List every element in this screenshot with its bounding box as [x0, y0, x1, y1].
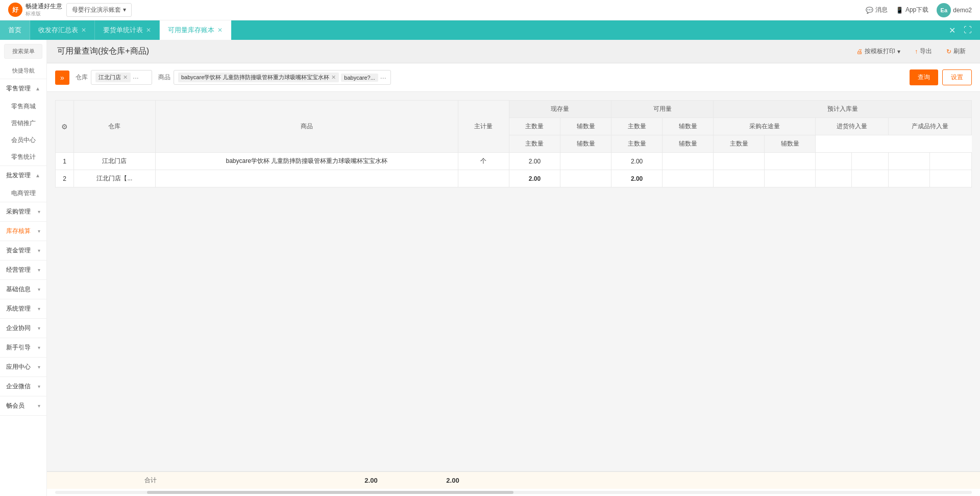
th-available-main: 主数量 [611, 118, 663, 135]
table-settings-icon[interactable]: ⚙ [61, 123, 68, 131]
nav-tabs-bar: 首页 收发存汇总表 ✕ 要货单统计表 ✕ 可用量库存账本 ✕ ✕ ⛶ [0, 20, 980, 40]
sidebar-item-ecommerce[interactable]: 电商管理 [0, 185, 46, 202]
enterprise-selector[interactable]: 母婴行业演示账套 ▾ [66, 3, 132, 17]
sidebar-section-collab: 企业协同 ▾ [0, 319, 46, 338]
sidebar-item-member-center[interactable]: 会员中心 [0, 132, 46, 149]
top-bar-right: 💬 消息 📱 App下载 Ea demo2 [866, 3, 972, 17]
th-available: 可用量 [611, 101, 714, 118]
top-bar-left: 好 畅捷通好生意 标准版 母婴行业演示账套 ▾ [8, 3, 132, 17]
print-template-btn[interactable]: 🖨 按模板打印 ▾ [852, 45, 904, 58]
row1-fin-aux [930, 153, 972, 170]
close-receipt-summary-icon[interactable]: ✕ [81, 27, 86, 34]
user-profile-btn[interactable]: Ea demo2 [937, 3, 972, 17]
wholesale-mgmt-header[interactable]: 批发管理 ▲ [0, 166, 46, 185]
sidebar-section-basic: 基础信息 ▾ [0, 280, 46, 299]
close-order-stats-icon[interactable]: ✕ [146, 27, 151, 34]
row2-stock-main: 2.00 [509, 170, 560, 187]
tab-actions: ✕ ⛶ [947, 20, 980, 40]
row1-inc-main [816, 153, 852, 170]
close-available-stock-icon[interactable]: ✕ [217, 27, 223, 34]
app-download-btn[interactable]: 📱 App下载 [896, 6, 928, 14]
refresh-icon: ↻ [946, 48, 951, 55]
enterprise-wechat-header[interactable]: 企业微信 ▾ [0, 377, 46, 396]
row2-available-main: 2.00 [611, 170, 663, 187]
scroll-thumb[interactable] [147, 491, 513, 494]
system-mgmt-header[interactable]: 系统管理 ▾ [0, 299, 46, 318]
th-product: 商品 [155, 101, 458, 153]
th-fin-main: 主数量 [714, 135, 765, 153]
th-stock-aux: 辅数量 [560, 118, 611, 135]
app-center-label: 应用中心 [6, 363, 31, 371]
row2-product [155, 170, 458, 187]
retail-mgmt-arrow: ▲ [35, 86, 40, 91]
tab-available-stock[interactable]: 可用量库存账本 ✕ [160, 20, 231, 40]
close-all-tabs-icon[interactable]: ✕ [947, 23, 958, 37]
sidebar-item-retail-stats[interactable]: 零售统计 [0, 149, 46, 166]
main-layout: 搜索菜单 快捷导航 零售管理 ▲ 零售商城 营销推广 会员中心 零售统计 批发管… [0, 40, 980, 496]
th-settings[interactable]: ⚙ [56, 101, 74, 153]
basic-info-header[interactable]: 基础信息 ▾ [0, 280, 46, 299]
message-btn[interactable]: 💬 消息 [866, 6, 888, 14]
print-template-label: 按模板打印 [865, 47, 895, 56]
warehouse-more-icon[interactable]: ··· [133, 74, 139, 82]
retail-mgmt-label: 零售管理 [6, 84, 31, 93]
enterprise-collab-header[interactable]: 企业协同 ▾ [0, 319, 46, 338]
product-filter-label: 商品 [158, 73, 170, 82]
row2-inc-aux [852, 170, 888, 187]
filter-expand-btn[interactable]: » [55, 70, 69, 85]
query-btn[interactable]: 查询 [910, 69, 938, 85]
finance-mgmt-label: 资金管理 [6, 246, 31, 255]
new-guide-label: 新手引导 [6, 343, 31, 352]
wholesale-mgmt-arrow: ▲ [35, 173, 40, 178]
purchase-mgmt-label: 采购管理 [6, 207, 31, 216]
product-filter-input[interactable]: babycare学饮杯 儿童防摔防撞吸管杯重力球吸嘴杯宝宝水杯 ✕ babyca… [174, 70, 391, 85]
finance-mgmt-header[interactable]: 资金管理 ▾ [0, 241, 46, 260]
horizontal-scrollbar[interactable] [55, 491, 972, 494]
page-title: 可用量查询(按仓库+商品) [57, 46, 149, 57]
refresh-btn[interactable]: ↻ 刷新 [942, 45, 970, 58]
product-filter-group: 商品 babycare学饮杯 儿童防摔防撞吸管杯重力球吸嘴杯宝宝水杯 ✕ bab… [158, 70, 391, 85]
new-guide-header[interactable]: 新手引导 ▾ [0, 338, 46, 357]
avatar: Ea [937, 3, 951, 17]
sidebar-item-marketing[interactable]: 营销推广 [0, 115, 46, 132]
purchase-mgmt-header[interactable]: 采购管理 ▾ [0, 202, 46, 221]
operation-mgmt-header[interactable]: 经营管理 ▾ [0, 261, 46, 279]
inventory-check-header[interactable]: 库存核算 ▾ [0, 222, 46, 241]
sidebar-quick-nav[interactable]: 快捷导航 [0, 63, 46, 79]
system-mgmt-label: 系统管理 [6, 304, 31, 313]
tab-home[interactable]: 首页 [0, 20, 30, 40]
tab-order-stats[interactable]: 要货单统计表 ✕ [95, 20, 160, 40]
summary-stock-aux [391, 477, 432, 484]
sidebar-section-wechat: 企业微信 ▾ [0, 377, 46, 396]
warehouse-filter-label: 仓库 [76, 73, 88, 82]
th-purchase-incoming: 进货待入量 [816, 118, 888, 135]
summary-stock-main: 2.00 [351, 477, 391, 484]
app-center-header[interactable]: 应用中心 ▾ [0, 358, 46, 376]
expand-icon[interactable]: ⛶ [962, 23, 974, 37]
export-btn[interactable]: ↑ 导出 [911, 45, 936, 58]
inventory-check-label: 库存核算 [6, 227, 31, 235]
warehouse-tag-remove[interactable]: ✕ [123, 74, 128, 81]
operation-mgmt-arrow: ▾ [38, 267, 40, 273]
row2-fin-main [888, 170, 930, 187]
vip-member-header[interactable]: 畅会员 ▾ [0, 396, 46, 415]
retail-mgmt-header[interactable]: 零售管理 ▲ [0, 79, 46, 98]
sidebar: 搜索菜单 快捷导航 零售管理 ▲ 零售商城 营销推广 会员中心 零售统计 批发管… [0, 40, 47, 496]
warehouse-filter-input[interactable]: 江北门店 ✕ ··· [91, 70, 152, 85]
settings-btn[interactable]: 设置 [942, 69, 972, 85]
table-container[interactable]: ⚙ 仓库 商品 主计量 现存量 可用量 预计入库量 主数量 辅数量 主数量 辅数… [47, 92, 980, 471]
search-menu-btn[interactable]: 搜索菜单 [4, 44, 42, 59]
filter-area: » 仓库 江北门店 ✕ ··· 商品 babycare学饮杯 儿童防摔防撞吸管杯… [47, 63, 980, 92]
content-header: 可用量查询(按仓库+商品) 🖨 按模板打印 ▾ ↑ 导出 ↻ 刷新 [47, 40, 980, 63]
sidebar-item-retail-mall[interactable]: 零售商城 [0, 98, 46, 115]
product-tag-1-remove[interactable]: ✕ [331, 74, 336, 81]
product-more-icon[interactable]: ··· [380, 74, 386, 82]
tab-receipt-summary[interactable]: 收发存汇总表 ✕ [30, 20, 95, 40]
table-header-row-1: ⚙ 仓库 商品 主计量 现存量 可用量 预计入库量 [56, 101, 972, 118]
table-footer: 合计 2.00 2.00 [47, 471, 980, 489]
order-stats-label: 要货单统计表 [103, 26, 143, 35]
th-warehouse: 仓库 [74, 101, 156, 153]
sidebar-section-operation: 经营管理 ▾ [0, 261, 46, 280]
sidebar-section-purchase: 采购管理 ▾ [0, 202, 46, 222]
summary-spacer-unit [320, 477, 351, 484]
